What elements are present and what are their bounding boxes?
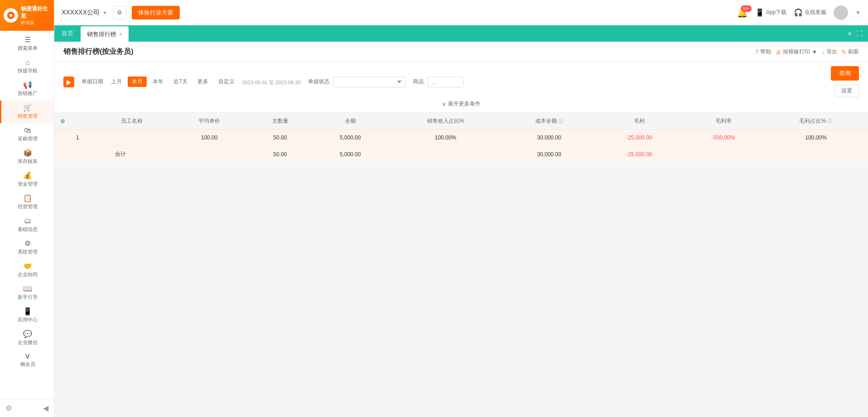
home-icon: ⌂ xyxy=(25,59,30,66)
tab-close-icon[interactable]: × xyxy=(119,31,122,38)
sidebar-item-marketing[interactable]: 📢 营销推广 xyxy=(0,78,54,101)
sidebar-item-search-menu[interactable]: ☰ 搜索菜单 xyxy=(0,33,54,55)
online-service-label: 在线客服 xyxy=(805,9,826,16)
table-wrapper: ⚙ 员工名称 平均单价 主数量 全额 销售收入占比% 成本全额 ⓘ 毛利 xyxy=(54,113,868,417)
col-rank-header xyxy=(71,113,93,130)
col-amount-header: 全额 xyxy=(312,113,388,130)
table-row: 1 100.00 50.00 5,000.00 100.00% 30,000.0… xyxy=(54,130,868,146)
filter-expand-arrow[interactable]: ▶ xyxy=(63,77,74,87)
template-print-label: 按模板打印 xyxy=(783,48,810,56)
tab-home[interactable]: 首页 xyxy=(54,25,81,42)
date-tab-last-7-days[interactable]: 近7天 xyxy=(169,77,192,87)
purchase-icon: 🛍 xyxy=(24,127,31,134)
close-window-icon[interactable]: ✕ xyxy=(847,30,853,37)
template-print-button[interactable]: 🖨 按模板打印 ▼ xyxy=(776,48,817,56)
sidebar-item-label: 系统管理 xyxy=(18,249,38,255)
sidebar-item-wechat[interactable]: 💬 企业微信 xyxy=(0,327,54,350)
notification-bell[interactable]: 🔔 99+ xyxy=(737,7,748,18)
row-rank-cell: 1 xyxy=(71,130,93,146)
app-logo: 畅捷通好生意 标准版 xyxy=(0,0,54,31)
sidebar-item-finance[interactable]: 💰 资金管理 xyxy=(0,168,54,191)
trial-plan-button[interactable]: 体验行业方案 xyxy=(132,6,180,19)
sidebar-item-basic-info[interactable]: 🗂 基础信息 xyxy=(0,214,54,236)
company-name: XXXXXX公司 xyxy=(62,9,100,17)
export-icon: ↓ xyxy=(822,49,825,55)
sidebar-item-label: 新手引导 xyxy=(18,294,38,301)
sidebar-item-sales[interactable]: 🛒 销售管理 xyxy=(0,101,54,123)
topbar: XXXXXX公司 ▼ ⚙ 体验行业方案 🔔 99+ 📱 App下载 🎧 在线客服 xyxy=(54,0,868,25)
page-header: 销售排行榜(按业务员) ? 帮助 🖨 按模板打印 ▼ ↓ 导出 ↻ 刷新 xyxy=(54,42,868,62)
date-tab-custom[interactable]: 自定义 xyxy=(214,77,239,87)
tab-sales-ranking[interactable]: 销售排行榜 × xyxy=(81,26,129,43)
sidebar-item-label: 销售管理 xyxy=(18,113,38,120)
col-avg-price-header: 平均单价 xyxy=(171,113,248,130)
sidebar-item-operations[interactable]: 📋 经营管理 xyxy=(0,191,54,214)
sidebar-item-collaboration[interactable]: 🤝 企业协同 xyxy=(0,259,54,282)
date-tab-more[interactable]: 更多 xyxy=(193,77,212,87)
sidebar-item-label: 采购管理 xyxy=(18,135,38,142)
footer-qty-cell: 50.00 xyxy=(248,146,312,163)
headset-icon: 🎧 xyxy=(794,8,803,17)
sidebar-nav: ☰ 搜索菜单 ⌂ 快捷导航 📢 营销推广 🛒 销售管理 🛍 采购管理 📦 库存核… xyxy=(0,31,54,399)
app-download-action[interactable]: 📱 App下载 xyxy=(755,8,786,17)
app-center-icon: 📱 xyxy=(23,308,32,315)
sidebar-item-label: 基础信息 xyxy=(18,226,38,233)
filter-bar: ▶ 单据日期 上月 本月 本年 近7天 更多 自定义 2023-06-01 至 … xyxy=(54,62,868,113)
sidebar-item-quick-nav[interactable]: ⌂ 快捷导航 xyxy=(0,55,54,78)
app-brand-text: 畅捷通好生意 标准版 xyxy=(21,5,50,25)
collapse-sidebar-icon[interactable]: ◀ xyxy=(43,404,48,412)
tabbar: 首页 销售排行榜 × ✕ ⛶ xyxy=(54,25,868,42)
footer-avg-price-cell xyxy=(171,146,248,163)
cost-info-icon: ⓘ xyxy=(558,118,563,124)
date-tab-this-year[interactable]: 本年 xyxy=(149,77,168,87)
maximize-window-icon[interactable]: ⛶ xyxy=(856,30,863,37)
main-content: XXXXXX公司 ▼ ⚙ 体验行业方案 🔔 99+ 📱 App下载 🎧 在线客服 xyxy=(54,0,868,417)
date-tab-last-month[interactable]: 上月 xyxy=(107,77,126,87)
inventory-icon: 📦 xyxy=(23,149,32,157)
date-range-text: 2023-06-01 至 2023-06-30 xyxy=(242,80,301,85)
sidebar-item-label: 搜索菜单 xyxy=(18,45,38,52)
column-settings-icon[interactable]: ⚙ xyxy=(60,118,65,125)
status-filter-select[interactable] xyxy=(333,77,406,87)
sidebar-item-guide[interactable]: 📖 新手引导 xyxy=(0,282,54,304)
settings-button[interactable]: 设置 xyxy=(834,84,859,97)
date-tab-this-month[interactable]: 本月 xyxy=(128,77,147,87)
col-qty-header: 主数量 xyxy=(248,113,312,130)
footer-sales-pct-cell xyxy=(388,146,503,163)
wechat-icon: 💬 xyxy=(23,331,32,338)
online-service-action[interactable]: 🎧 在线客服 xyxy=(794,8,826,17)
help-button[interactable]: ? 帮助 xyxy=(755,48,771,56)
company-selector[interactable]: XXXXXX公司 ▼ xyxy=(62,9,107,17)
settings-footer-icon[interactable]: ⚙ xyxy=(5,404,12,412)
sidebar-item-system[interactable]: ⚙ 系统管理 xyxy=(0,236,54,259)
query-button[interactable]: 查询 xyxy=(831,66,859,81)
date-filter-group: 单据日期 上月 本月 本年 近7天 更多 自定义 2023-06-01 至 20… xyxy=(82,77,301,87)
window-controls: ✕ ⛶ xyxy=(842,30,868,37)
sidebar-item-label: 应用中心 xyxy=(18,316,38,323)
topbar-settings-button[interactable]: ⚙ xyxy=(113,6,126,19)
table-footer-row: 合计 50.00 5,000.00 30,000.00 -25,000.00 xyxy=(54,146,868,163)
chevron-down-icon: ∨ xyxy=(442,101,446,107)
sidebar-item-purchase[interactable]: 🛍 采购管理 xyxy=(0,123,54,146)
sidebar-item-inventory[interactable]: 📦 库存核算 xyxy=(0,146,54,168)
sidebar-item-label: 库存核算 xyxy=(18,158,38,165)
tab-sales-ranking-label: 销售排行榜 xyxy=(87,30,116,38)
sidebar-item-app-center[interactable]: 📱 应用中心 xyxy=(0,304,54,327)
topbar-right: 🔔 99+ 📱 App下载 🎧 在线客服 ▼ xyxy=(737,5,861,20)
export-button[interactable]: ↓ 导出 xyxy=(822,48,837,56)
product-filter-input[interactable]: ... xyxy=(427,77,464,87)
expand-more-button[interactable]: ∨ 展开更多条件 xyxy=(63,100,859,108)
sidebar-item-members[interactable]: V 畅会员 xyxy=(0,350,54,371)
row-amount-cell: 5,000.00 xyxy=(312,130,388,146)
user-avatar[interactable] xyxy=(834,5,848,20)
col-gross-pct-header: 毛利占比% ⓘ xyxy=(764,113,868,130)
table-area: ⚙ 员工名称 平均单价 主数量 全额 销售收入占比% 成本全额 ⓘ 毛利 xyxy=(54,113,868,417)
print-dropdown-icon: ▼ xyxy=(812,49,817,55)
refresh-button[interactable]: ↻ 刷新 xyxy=(842,48,859,56)
col-sales-pct-header: 销售收入占比% xyxy=(388,113,503,130)
help-icon: ? xyxy=(755,49,758,55)
row-gross-cell: -25,000.00 xyxy=(595,130,683,146)
footer-amount-cell: 5,000.00 xyxy=(312,146,388,163)
col-employee-header: 员工名称 xyxy=(93,113,171,130)
date-tabs: 上月 本月 本年 近7天 更多 自定义 xyxy=(107,77,239,87)
